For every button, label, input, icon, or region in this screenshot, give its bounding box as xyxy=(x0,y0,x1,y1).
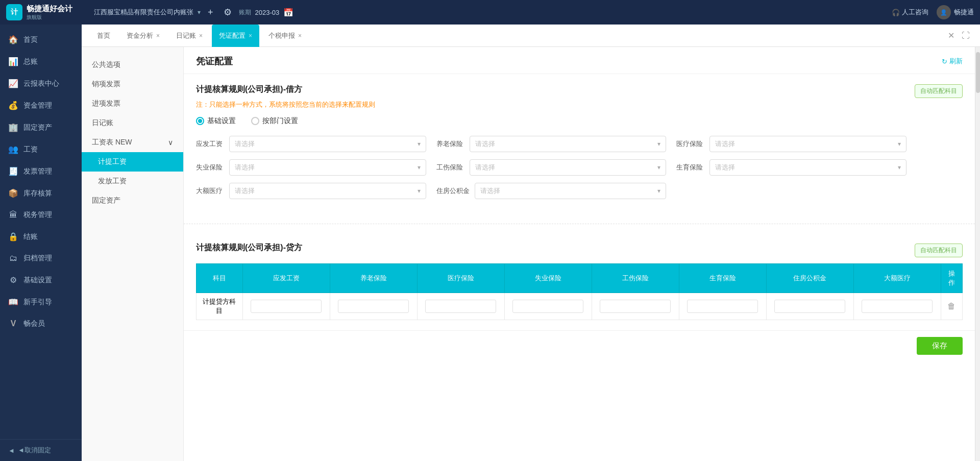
sidebar-label-reports: 云报表中心 xyxy=(23,79,59,88)
sidebar-item-reports[interactable]: 📈 云报表中心 xyxy=(0,72,82,94)
headset-icon: 🎧 xyxy=(892,9,900,16)
th-maternity: 生育保险 xyxy=(679,264,766,293)
sidebar-label-invoice: 发票管理 xyxy=(23,167,52,176)
add-account-button[interactable]: + xyxy=(205,7,216,18)
sidebar-item-inventory[interactable]: 📦 库存核算 xyxy=(0,182,82,204)
sidebar-label-settings: 基础设置 xyxy=(23,276,52,285)
tab-voucher-close[interactable]: × xyxy=(249,32,252,39)
sidebar-label-archive: 归档管理 xyxy=(23,254,52,263)
tab-voucher-config[interactable]: 凭证配置 × xyxy=(212,25,259,47)
credit-table: 科目 应发工资 养老保险 医疗保险 失业保险 工伤保险 生育保险 住房公积金 大… xyxy=(196,263,963,320)
sidebar-item-archive[interactable]: 🗂 归档管理 xyxy=(0,248,82,269)
main-content: 凭证配置 ↻ 刷新 计提核算规则(公司承担)-借方 注：只能选择一种方式，系统将… xyxy=(184,47,975,461)
refresh-button[interactable]: ↻ 刷新 xyxy=(942,57,963,66)
nav-payroll-pay[interactable]: 发放工资 xyxy=(82,172,183,191)
nav-public[interactable]: 公共选项 xyxy=(82,55,183,75)
credit-auto-match-button[interactable]: 自动匹配科目 xyxy=(915,244,963,257)
radio-basic-label: 基础设置 xyxy=(207,116,236,126)
nav-sales-invoice[interactable]: 销项发票 xyxy=(82,75,183,94)
sidebar-item-payroll[interactable]: 👥 工资 xyxy=(0,138,82,160)
support-button[interactable]: 🎧 人工咨询 xyxy=(892,8,928,17)
gross-wage-placeholder: 请选择 xyxy=(235,139,255,149)
row-unemployment-input[interactable] xyxy=(512,300,583,313)
housing-fund-select[interactable]: 请选择 ▾ xyxy=(475,183,667,199)
maternity-arrow: ▾ xyxy=(898,164,901,171)
sidebar-label-vip: 畅会员 xyxy=(23,319,45,328)
row-injury-input[interactable] xyxy=(600,300,671,313)
row-injury-cell xyxy=(592,293,679,320)
unemployment-arrow: ▾ xyxy=(418,164,421,171)
field-medical: 医疗保险 请选择 ▾ xyxy=(676,136,906,152)
unemployment-select[interactable]: 请选择 ▾ xyxy=(229,159,426,176)
settings-icon[interactable]: ⚙ xyxy=(220,7,235,18)
period-label: 账期 xyxy=(239,8,251,17)
row-gross-wage-input[interactable] xyxy=(251,300,322,313)
nav-journal[interactable]: 日记账 xyxy=(82,113,183,133)
housing-fund-arrow: ▾ xyxy=(657,187,660,195)
row-delete-button[interactable]: 🗑 xyxy=(947,302,955,311)
tab-home[interactable]: 首页 xyxy=(90,25,117,47)
tab-capital[interactable]: 资金分析 × xyxy=(119,25,167,47)
field-injury: 工伤保险 请选择 ▾ xyxy=(436,159,667,176)
row-maternity-input[interactable] xyxy=(687,300,758,313)
major-medical-arrow: ▾ xyxy=(418,187,421,195)
close-window-button[interactable]: ✕ xyxy=(946,31,957,40)
sidebar-item-invoice[interactable]: 🧾 发票管理 xyxy=(0,160,82,182)
nav-fixed-assets[interactable]: 固定资产 xyxy=(82,191,183,210)
field-unemployment: 失业保险 请选择 ▾ xyxy=(196,159,426,176)
radio-department[interactable]: 按部门设置 xyxy=(251,116,298,126)
credit-section: 计提核算规则(公司承担)-贷方 自动匹配科目 科目 应发工资 养老保险 医疗保险 xyxy=(184,232,975,330)
row-medical-input[interactable] xyxy=(425,300,496,313)
debit-auto-match-button[interactable]: 自动匹配科目 xyxy=(915,84,963,98)
field-pension: 养老保险 请选择 ▾ xyxy=(436,136,667,152)
th-gross-wage: 应发工资 xyxy=(242,264,330,293)
page-title: 凭证配置 xyxy=(196,55,233,67)
medical-placeholder: 请选择 xyxy=(715,139,735,149)
pension-select[interactable]: 请选择 ▾ xyxy=(470,136,667,152)
nav-purchase-invoice[interactable]: 进项发票 xyxy=(82,94,183,113)
user-area[interactable]: 👤 畅捷通 xyxy=(937,5,974,19)
row-major-medical-input[interactable] xyxy=(862,300,933,313)
sidebar-item-guide[interactable]: 📖 新手引导 xyxy=(0,291,82,313)
avatar: 👤 xyxy=(937,5,951,19)
injury-select[interactable]: 请选择 ▾ xyxy=(470,159,667,176)
left-nav: 公共选项 销项发票 进项发票 日记账 工资表 NEW ∨ 计提工资 发放工资 固… xyxy=(82,47,184,461)
right-scrollbar[interactable] xyxy=(975,47,980,461)
save-button[interactable]: 保存 xyxy=(917,337,963,355)
th-medical: 医疗保险 xyxy=(417,264,504,293)
row-unemployment-cell xyxy=(504,293,592,320)
calendar-icon[interactable]: 📅 xyxy=(283,8,293,17)
tab-capital-close[interactable]: × xyxy=(156,32,160,39)
maternity-label: 生育保险 xyxy=(676,163,704,172)
sidebar-item-vip[interactable]: V 畅会员 xyxy=(0,313,82,334)
row-housing-input[interactable] xyxy=(774,300,845,313)
sidebar-item-tax[interactable]: 🏛 税务管理 xyxy=(0,204,82,226)
gross-wage-select[interactable]: 请选择 ▾ xyxy=(229,136,426,152)
row-pension-input[interactable] xyxy=(338,300,409,313)
major-medical-select[interactable]: 请选择 ▾ xyxy=(229,183,426,199)
th-subject: 科目 xyxy=(197,264,243,293)
sidebar-item-settings[interactable]: ⚙ 基础设置 xyxy=(0,269,82,291)
sidebar-item-ledger[interactable]: 📊 总账 xyxy=(0,51,82,72)
sidebar-item-assets[interactable]: 🏢 固定资产 xyxy=(0,116,82,138)
funds-icon: 💰 xyxy=(8,101,18,110)
radio-basic[interactable]: 基础设置 xyxy=(196,116,236,126)
nav-payroll-accrue[interactable]: 计提工资 xyxy=(82,152,183,172)
sidebar-item-close[interactable]: 🔒 结账 xyxy=(0,226,82,248)
tab-tax[interactable]: 个税申报 × xyxy=(261,25,309,47)
maximize-window-button[interactable]: ⛶ xyxy=(960,31,972,40)
logo-area: 计 畅捷通好会计 旗舰版 xyxy=(6,4,88,21)
cancel-fixed-button[interactable]: ◄ ◄取消固定 xyxy=(0,439,82,461)
tab-journal-close[interactable]: × xyxy=(199,32,203,39)
medical-select[interactable]: 请选择 ▾ xyxy=(709,136,906,152)
sidebar-item-home[interactable]: 🏠 首页 xyxy=(0,29,82,51)
maternity-select[interactable]: 请选择 ▾ xyxy=(709,159,906,176)
logo-icon: 计 xyxy=(6,4,22,20)
sidebar-item-funds[interactable]: 💰 资金管理 xyxy=(0,94,82,116)
tab-tax-close[interactable]: × xyxy=(298,32,302,39)
top-right: 🎧 人工咨询 👤 畅捷通 xyxy=(892,5,974,19)
tab-journal[interactable]: 日记账 × xyxy=(169,25,210,47)
nav-payroll-group[interactable]: 工资表 NEW ∨ xyxy=(82,133,183,152)
company-dropdown[interactable]: ▾ xyxy=(198,9,201,16)
tax-icon: 🏛 xyxy=(8,210,18,220)
